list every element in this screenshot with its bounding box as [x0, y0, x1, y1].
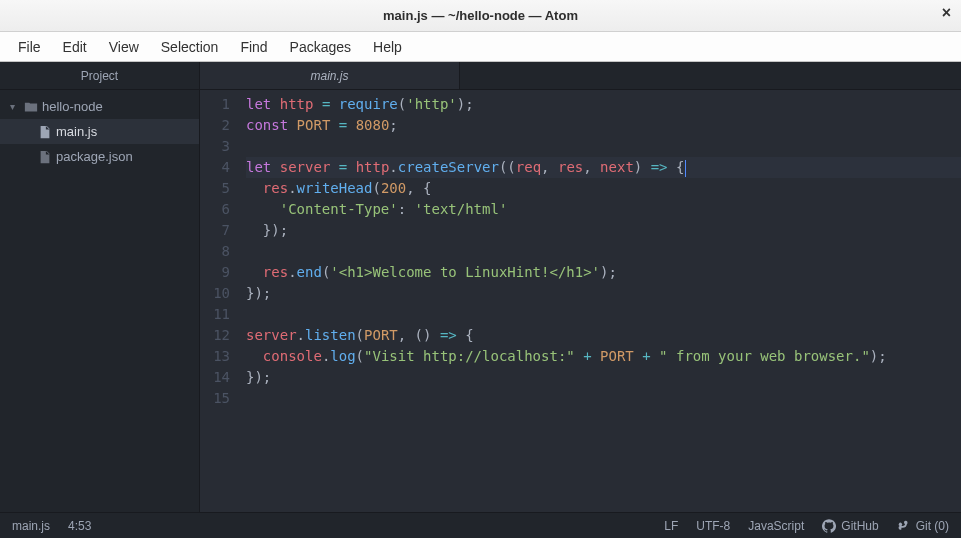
file-icon [36, 150, 54, 164]
code-line[interactable]: const PORT = 8080; [246, 115, 961, 136]
status-git[interactable]: Git (0) [897, 519, 949, 533]
window-title: main.js — ~/hello-node — Atom [383, 8, 578, 23]
status-bar: main.js 4:53 LF UTF-8 JavaScript GitHub … [0, 512, 961, 538]
status-eol[interactable]: LF [664, 519, 678, 533]
window-title-bar: main.js — ~/hello-node — Atom × [0, 0, 961, 32]
line-number: 14 [200, 367, 230, 388]
code-line[interactable]: res.end('<h1>Welcome to LinuxHint!</h1>'… [246, 262, 961, 283]
code-editor[interactable]: 123456789101112131415 let http = require… [200, 90, 961, 512]
code-line[interactable]: console.log("Visit http://localhost:" + … [246, 346, 961, 367]
tab-label: main.js [310, 69, 348, 83]
line-number: 13 [200, 346, 230, 367]
tab-main-js[interactable]: main.js [200, 62, 460, 89]
line-number: 5 [200, 178, 230, 199]
menu-selection[interactable]: Selection [151, 35, 229, 59]
workspace: Project ▾ hello-node main.jspackage.json… [0, 62, 961, 512]
status-github-label: GitHub [841, 519, 878, 533]
chevron-down-icon: ▾ [10, 101, 22, 112]
line-number: 2 [200, 115, 230, 136]
menu-edit[interactable]: Edit [53, 35, 97, 59]
status-encoding[interactable]: UTF-8 [696, 519, 730, 533]
file-tree: ▾ hello-node main.jspackage.json [0, 90, 199, 169]
code-line[interactable] [246, 241, 961, 262]
editor-area: main.js 123456789101112131415 let http =… [200, 62, 961, 512]
folder-icon [22, 100, 40, 114]
tab-bar: main.js [200, 62, 961, 90]
text-cursor [685, 160, 686, 177]
tree-file-label: main.js [54, 124, 97, 139]
status-language[interactable]: JavaScript [748, 519, 804, 533]
code-line[interactable] [246, 388, 961, 409]
code-line[interactable]: let server = http.createServer((req, res… [246, 157, 961, 178]
code-line[interactable]: server.listen(PORT, () => { [246, 325, 961, 346]
line-number: 10 [200, 283, 230, 304]
line-number: 3 [200, 136, 230, 157]
menu-help[interactable]: Help [363, 35, 412, 59]
menu-view[interactable]: View [99, 35, 149, 59]
menu-find[interactable]: Find [230, 35, 277, 59]
code-line[interactable]: res.writeHead(200, { [246, 178, 961, 199]
tree-file-package-json[interactable]: package.json [0, 144, 199, 169]
code-line[interactable]: }); [246, 220, 961, 241]
code-line[interactable] [246, 136, 961, 157]
code-line[interactable]: 'Content-Type': 'text/html' [246, 199, 961, 220]
status-cursor[interactable]: 4:53 [68, 519, 91, 533]
code-line[interactable]: let http = require('http'); [246, 94, 961, 115]
line-number: 12 [200, 325, 230, 346]
line-number: 8 [200, 241, 230, 262]
line-number: 7 [200, 220, 230, 241]
tree-file-label: package.json [54, 149, 133, 164]
code-line[interactable]: }); [246, 367, 961, 388]
status-github[interactable]: GitHub [822, 519, 878, 533]
code-body[interactable]: let http = require('http');const PORT = … [238, 90, 961, 512]
line-gutter: 123456789101112131415 [200, 90, 238, 512]
window-close-button[interactable]: × [942, 4, 951, 22]
line-number: 1 [200, 94, 230, 115]
github-icon [822, 519, 836, 533]
tree-file-main-js[interactable]: main.js [0, 119, 199, 144]
line-number: 15 [200, 388, 230, 409]
status-file[interactable]: main.js [12, 519, 50, 533]
code-line[interactable] [246, 304, 961, 325]
code-line[interactable]: }); [246, 283, 961, 304]
project-sidebar: Project ▾ hello-node main.jspackage.json [0, 62, 200, 512]
tree-folder-label: hello-node [40, 99, 103, 114]
line-number: 9 [200, 262, 230, 283]
sidebar-header: Project [0, 62, 199, 90]
status-git-label: Git (0) [916, 519, 949, 533]
tree-folder-hello-node[interactable]: ▾ hello-node [0, 94, 199, 119]
line-number: 11 [200, 304, 230, 325]
menu-bar: FileEditViewSelectionFindPackagesHelp [0, 32, 961, 62]
menu-packages[interactable]: Packages [280, 35, 361, 59]
line-number: 4 [200, 157, 230, 178]
file-icon [36, 125, 54, 139]
menu-file[interactable]: File [8, 35, 51, 59]
line-number: 6 [200, 199, 230, 220]
git-branch-icon [897, 519, 911, 533]
